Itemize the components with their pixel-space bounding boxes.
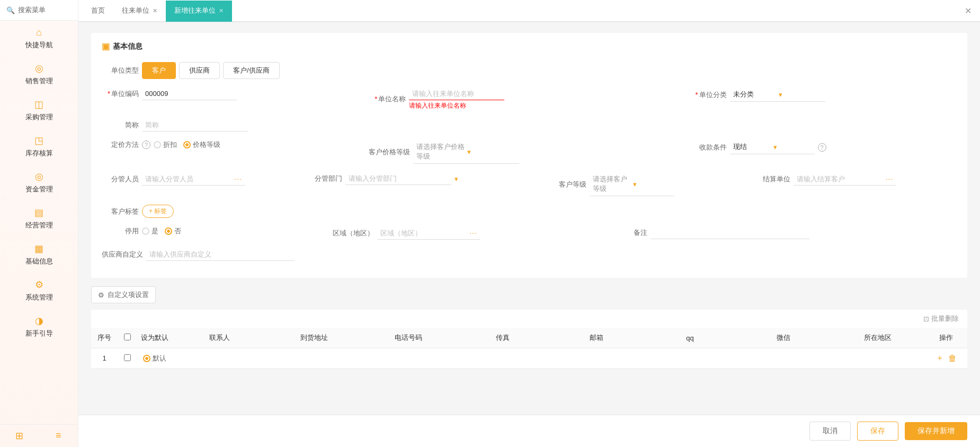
tab-home-label: 首页: [91, 6, 105, 15]
tab-partners-close[interactable]: ✕: [153, 7, 157, 14]
cancel-button[interactable]: 取消: [809, 422, 851, 441]
customer-level-label: 客户等级: [549, 180, 586, 189]
sidebar-item-purchase[interactable]: ◫ 采购管理: [0, 92, 78, 128]
tab-home[interactable]: 首页: [83, 1, 113, 22]
sidebar-footer-left[interactable]: ⊞: [0, 425, 39, 447]
sidebar-item-sales[interactable]: ◎ 销售管理: [0, 56, 78, 92]
row-address[interactable]: [267, 348, 361, 369]
bottom-bar: 取消 保存 保存并新增: [78, 415, 980, 447]
row-email[interactable]: [549, 348, 643, 369]
pricing-discount-radio[interactable]: 折扣: [154, 140, 177, 150]
row-add-button[interactable]: ＋: [936, 353, 944, 364]
region-input[interactable]: [380, 229, 469, 237]
unit-type-label: 单位类型: [102, 66, 139, 75]
table-row: 1 默认: [91, 348, 967, 369]
supplier-custom-row: 供应商自定义: [102, 248, 957, 261]
sidebar-search[interactable]: 🔍 搜索菜单: [0, 0, 78, 21]
row-contact-input[interactable]: [177, 354, 263, 362]
row-region[interactable]: [831, 348, 925, 369]
department-label: 分管部门: [305, 174, 342, 183]
custom-settings-button[interactable]: ⚙ 自定义项设置: [91, 286, 156, 303]
sidebar-item-system[interactable]: ⚙ 系统管理: [0, 273, 78, 309]
sidebar: 🔍 搜索菜单 ⌂ 快捷导航 ◎ 销售管理 ◫ 采购管理 ◳ 库存核算 ◎ 资金管…: [0, 0, 78, 447]
payment-terms-value: 现结: [733, 142, 771, 152]
col-header-address: 到货地址: [267, 328, 361, 348]
tag-add-button[interactable]: + 标签: [142, 205, 174, 218]
pricing-discount-label: 折扣: [163, 140, 177, 150]
payment-help-icon[interactable]: ?: [818, 143, 826, 152]
sidebar-item-guide[interactable]: ◑ 新手引导: [0, 309, 78, 345]
batch-delete-icon: ⊡: [923, 315, 929, 323]
row-wechat-input[interactable]: [741, 354, 826, 362]
customer-price-select[interactable]: 请选择客户价格等级 ▾: [413, 140, 519, 164]
sidebar-item-base-info[interactable]: ▦ 基础信息: [0, 236, 78, 273]
pricing-method-label: 定价方法: [102, 140, 139, 150]
tab-new-partner[interactable]: 新增往来单位 ✕: [166, 1, 232, 22]
manager-input[interactable]: [145, 175, 234, 183]
row-fax[interactable]: [456, 348, 549, 369]
unit-category-select[interactable]: 未分类 ▾: [730, 87, 825, 102]
save-new-button[interactable]: 保存并新增: [905, 422, 967, 440]
type-btn-customer[interactable]: 客户: [142, 62, 176, 79]
settlement-dots-icon[interactable]: ···: [886, 174, 894, 183]
pricing-level-radio[interactable]: 价格等级: [183, 140, 220, 150]
row-region-input[interactable]: [835, 354, 921, 362]
batch-delete-button[interactable]: ⊡ 批量删除: [923, 314, 959, 323]
table-toolbar: ⊡ 批量删除: [91, 310, 967, 328]
department-input[interactable]: [349, 174, 448, 182]
tab-new-partner-close[interactable]: ✕: [219, 7, 224, 14]
col-header-actions: 操作: [925, 328, 967, 348]
row-qq[interactable]: [643, 348, 736, 369]
short-name-row: 简称: [102, 119, 957, 132]
short-name-input[interactable]: [142, 119, 248, 132]
col-header-default: 设为默认: [137, 328, 173, 348]
sidebar-item-operations[interactable]: ▤ 经营管理: [0, 200, 78, 236]
row-default-radio[interactable]: 默认: [141, 354, 168, 363]
row-email-input[interactable]: [554, 354, 639, 362]
sidebar-item-finance[interactable]: ◎ 资金管理: [0, 164, 78, 200]
remark-input[interactable]: [651, 226, 809, 239]
unit-code-input[interactable]: [142, 87, 237, 100]
sidebar-item-label: 销售管理: [25, 76, 53, 86]
row-contact[interactable]: [173, 348, 267, 369]
unit-name-input[interactable]: [409, 87, 504, 100]
row-phone[interactable]: [361, 348, 456, 369]
tab-new-partner-label: 新增往来单位: [174, 6, 216, 15]
settlement-field: 结算单位 ···: [753, 172, 957, 186]
pricing-help-icon[interactable]: ?: [142, 141, 150, 149]
settlement-input[interactable]: [797, 175, 886, 183]
type-btn-supplier[interactable]: 供应商: [179, 62, 220, 79]
manager-dots-icon[interactable]: ···: [234, 174, 242, 183]
chevron-down-icon2: ▾: [467, 148, 516, 156]
unit-name-error: 请输入往来单位名称: [409, 101, 504, 110]
sidebar-footer-right[interactable]: ≡: [39, 425, 78, 447]
row-qq-input[interactable]: [647, 354, 732, 362]
row-address-input[interactable]: [271, 354, 357, 362]
unit-category-value: 未分类: [733, 90, 777, 99]
batch-delete-label: 批量删除: [931, 314, 959, 323]
payment-terms-field: 收款条件 现结 ▾ ?: [690, 140, 957, 154]
payment-terms-select[interactable]: 现结 ▾: [730, 140, 815, 154]
customer-level-select[interactable]: 请选择客户等级 ▾: [590, 172, 674, 196]
supplier-custom-input[interactable]: [146, 248, 295, 261]
sidebar-item-quick-nav[interactable]: ⌂ 快捷导航: [0, 21, 78, 56]
tab-close-global[interactable]: ✕: [960, 6, 976, 16]
tab-partners[interactable]: 往来单位 ✕: [113, 1, 166, 22]
type-btn-both[interactable]: 客户/供应商: [223, 62, 280, 79]
row-fax-input[interactable]: [460, 354, 545, 362]
pricing-row: 定价方法 ? 折扣 价格等级 客户价格等级: [102, 140, 957, 164]
col-header-contact: 联系人: [173, 328, 267, 348]
row-phone-input[interactable]: [366, 354, 451, 362]
row-select-checkbox[interactable]: [124, 354, 131, 361]
section-title-text: 基本信息: [113, 42, 142, 51]
region-dots-icon[interactable]: ···: [469, 229, 477, 237]
row-delete-button[interactable]: 🗑: [948, 354, 957, 363]
disabled-no-radio[interactable]: 否: [165, 226, 181, 236]
tag-row: 客户标签 + 标签: [102, 205, 957, 218]
disabled-region-row: 停用 是 否 区域（地区）: [102, 226, 957, 240]
row-wechat[interactable]: [737, 348, 831, 369]
save-button[interactable]: 保存: [857, 422, 898, 441]
disabled-yes-radio[interactable]: 是: [142, 226, 158, 236]
sidebar-item-inventory[interactable]: ◳ 库存核算: [0, 128, 78, 164]
select-all-checkbox[interactable]: [124, 334, 131, 340]
